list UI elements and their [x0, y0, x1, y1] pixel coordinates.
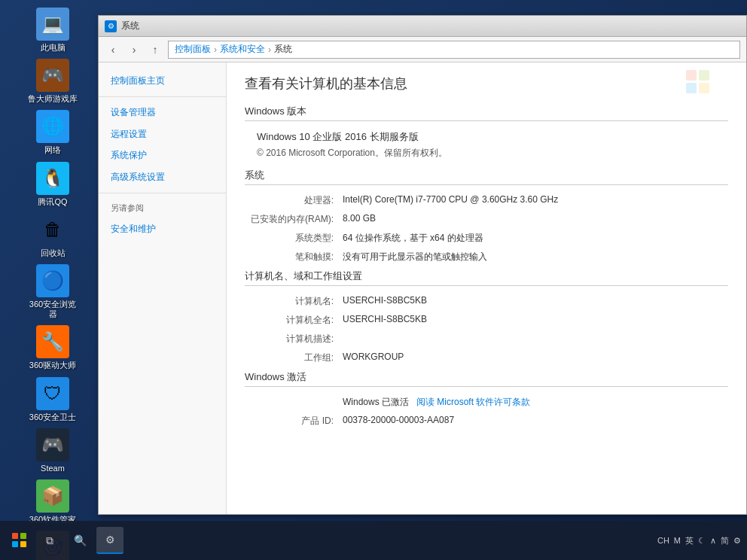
info-panel: 查看有关计算机的基本信息 Windows 版本 Windows 10 企业版 2…: [227, 62, 746, 514]
desktop-icons: 💻 此电脑 🎮 鲁大师游戏库 🌐 网络 🐧 腾讯QQ 🗑 回收站 🔵 360安全…: [0, 0, 105, 482]
address-bar: ‹ › ↑ 控制面板 › 系统和安全 › 系统: [99, 37, 746, 62]
start-button[interactable]: [6, 527, 33, 554]
sidebar-remote-settings[interactable]: 远程设置: [99, 123, 226, 145]
processor-row: 处理器: Intel(R) Core(TM) i7-7700 CPU @ 3.6…: [245, 194, 728, 207]
desktop: 💻 此电脑 🎮 鲁大师游戏库 🌐 网络 🐧 腾讯QQ 🗑 回收站 🔵 360安全…: [0, 0, 747, 560]
page-title: 查看有关计算机的基本信息: [245, 75, 728, 93]
windows-version-block: Windows 10 企业版 2016 长期服务版 © 2016 Microso…: [257, 130, 728, 160]
sidebar-security-maintenance[interactable]: 安全和维护: [99, 218, 226, 240]
flag-yellow: [699, 83, 709, 93]
pen-value: 没有可用于此显示器的笔或触控输入: [343, 251, 728, 263]
desktop-icon-360browser[interactable]: 🔵 360安全浏览器: [26, 264, 79, 319]
taskbar-system-tray: CH M 英 ☾ ∧ 简 ⚙: [657, 535, 741, 546]
ram-label: 已安装的内存(RAM):: [245, 213, 343, 226]
compname-label: 计算机名:: [245, 295, 343, 308]
window-title: 系统: [121, 20, 139, 32]
activation-status: Windows 已激活 阅读 Microsoft 软件许可条款: [343, 396, 728, 409]
qq-icon: 🐧: [36, 162, 69, 195]
activation-row: Windows 已激活 阅读 Microsoft 软件许可条款: [245, 396, 728, 409]
windows-copyright: © 2016 Microsoft Corporation。保留所有权利。: [257, 147, 728, 160]
ram-value: 8.00 GB: [343, 213, 728, 226]
workgroup-value: WORKGROUP: [343, 352, 728, 364]
pen-row: 笔和触摸: 没有可用于此显示器的笔或触控输入: [245, 251, 728, 263]
360browser-icon: 🔵: [36, 264, 69, 297]
sidebar-advanced-settings[interactable]: 高级系统设置: [99, 166, 226, 188]
windows-version-header: Windows 版本: [245, 105, 728, 121]
taskbar-system-window[interactable]: ⚙: [96, 527, 123, 554]
start-flag-g: [20, 533, 26, 539]
taskbar: ⧉ 🔍 ⚙ CH M 英 ☾ ∧ 简 ⚙: [0, 521, 747, 560]
search-button[interactable]: 🔍: [66, 527, 93, 554]
desktop-icon-pc[interactable]: 💻 此电脑: [26, 8, 79, 53]
sidebar: 控制面板主页 设备管理器 远程设置 系统保护 高级系统设置 另请参阅 安全和维护: [99, 62, 227, 514]
processor-label: 处理器:: [245, 194, 343, 207]
windows-edition: Windows 10 企业版 2016 长期服务版: [257, 130, 728, 144]
window-content: 控制面板主页 设备管理器 远程设置 系统保护 高级系统设置 另请参阅 安全和维护: [99, 62, 746, 514]
tray-eng: 英: [685, 535, 694, 546]
360guard-icon: 🛡: [36, 377, 69, 410]
sidebar-divider-1: [99, 96, 226, 97]
breadcrumb-sep1: ›: [214, 44, 217, 55]
activation-status-text: Windows 已激活: [343, 397, 409, 407]
game-icon: 🎮: [36, 59, 69, 92]
tray-chevron[interactable]: ∧: [710, 536, 716, 546]
pen-label: 笔和触摸:: [245, 251, 343, 263]
tray-gear[interactable]: ⚙: [733, 536, 741, 546]
breadcrumb-security[interactable]: 系统和安全: [220, 43, 265, 56]
sidebar-device-manager[interactable]: 设备管理器: [99, 102, 226, 123]
tray-jian: 简: [721, 535, 729, 546]
breadcrumb-controlpanel[interactable]: 控制面板: [175, 43, 211, 56]
desktop-icon-360driver[interactable]: 🔧 360驱动大师: [26, 325, 79, 370]
start-flag-r: [12, 533, 18, 539]
sidebar-divider-2: [99, 193, 226, 193]
desktop-icon-network[interactable]: 🌐 网络: [26, 110, 79, 155]
up-button[interactable]: ↑: [147, 41, 163, 58]
type-value: 64 位操作系统，基于 x64 的处理器: [343, 232, 728, 245]
network-label: 网络: [44, 145, 61, 155]
activation-section-header: Windows 激活: [245, 370, 728, 387]
compname-row: 计算机名: USERCHI-S8BC5KB: [245, 295, 728, 308]
360soft-icon: 📦: [36, 479, 69, 513]
recycle-icon: 🗑: [36, 213, 69, 246]
360driver-icon: 🔧: [36, 325, 69, 358]
productid-row: 产品 ID: 00378-20000-00003-AA087: [245, 415, 728, 428]
type-label: 系统类型:: [245, 232, 343, 245]
system-section-header: 系统: [245, 169, 728, 185]
address-path: 控制面板 › 系统和安全 › 系统: [168, 41, 740, 59]
fullname-value: USERCHI-S8BC5KB: [343, 314, 728, 327]
360browser-label: 360安全浏览器: [26, 300, 79, 319]
window-icon: ⚙: [105, 20, 117, 32]
sidebar-footer-title: 另请参阅: [99, 198, 226, 218]
steam-label: Steam: [41, 464, 65, 473]
activation-status-label: [245, 396, 343, 409]
flag-blue: [686, 83, 697, 93]
start-flag-b: [12, 541, 18, 547]
sidebar-controlpanel-home[interactable]: 控制面板主页: [99, 70, 226, 92]
taskview-button[interactable]: ⧉: [36, 527, 63, 554]
back-button[interactable]: ‹: [105, 41, 121, 58]
breadcrumb-sep2: ›: [268, 44, 271, 55]
desktop-icon-game[interactable]: 🎮 鲁大师游戏库: [26, 59, 79, 104]
desktop-icon-360guard[interactable]: 🛡 360安全卫士: [26, 377, 79, 422]
flag-red: [686, 70, 697, 81]
qq-label: 腾讯QQ: [38, 197, 67, 207]
game-label: 鲁大师游戏库: [28, 94, 78, 104]
desktop-icon-recycle[interactable]: 🗑 回收站: [26, 213, 79, 258]
computer-section-header: 计算机名、域和工作组设置: [245, 269, 728, 286]
desc-label: 计算机描述:: [245, 333, 343, 345]
steam-icon: 🎮: [36, 428, 69, 461]
sidebar-system-protection[interactable]: 系统保护: [99, 145, 226, 166]
desktop-icon-360soft[interactable]: 📦 360软件管家: [26, 479, 79, 525]
fullname-row: 计算机全名: USERCHI-S8BC5KB: [245, 314, 728, 327]
breadcrumb-current: 系统: [274, 43, 292, 56]
360guard-label: 360安全卫士: [29, 412, 76, 422]
desktop-icon-qq[interactable]: 🐧 腾讯QQ: [26, 162, 79, 207]
forward-button[interactable]: ›: [126, 41, 142, 58]
tray-m: M: [674, 536, 681, 545]
ram-row: 已安装的内存(RAM): 8.00 GB: [245, 213, 728, 226]
start-flag-y: [20, 541, 26, 547]
workgroup-row: 工作组: WORKGROUP: [245, 352, 728, 364]
fullname-label: 计算机全名:: [245, 314, 343, 327]
desktop-icon-steam[interactable]: 🎮 Steam: [26, 428, 79, 473]
activation-link[interactable]: 阅读 Microsoft 软件许可条款: [416, 397, 530, 407]
